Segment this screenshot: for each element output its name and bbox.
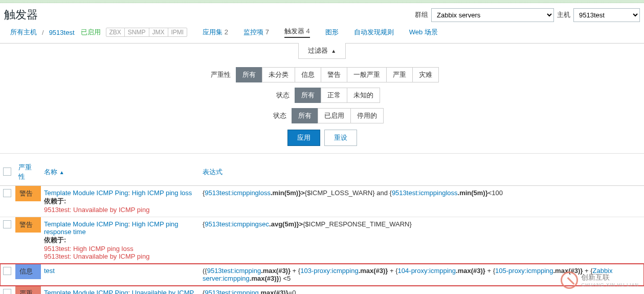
col-name[interactable]: 名称 ▲ — [41, 159, 199, 186]
depends-item[interactable]: 9513test: Unavailable by ICMP ping — [44, 206, 196, 214]
severity-badge: 警告 — [15, 217, 41, 233]
nav-triggers[interactable]: 触发器 4 — [284, 27, 310, 38]
filter-status-row: 状态 所有 已启用 停用的 — [0, 108, 644, 123]
sts-all[interactable]: 所有 — [292, 108, 318, 123]
template-link[interactable]: Template Module ICMP Ping — [44, 189, 128, 197]
crumb-all-hosts[interactable]: 所有主机 — [10, 28, 37, 37]
expr-text: {$ICMP_RESPONSE_TIME_WARN} — [303, 220, 412, 228]
sort-asc-icon: ▲ — [59, 170, 64, 175]
expr-text: {$ICMP_LOSS_WARN} and { — [305, 189, 392, 197]
group-select[interactable]: Zabbix servers — [431, 8, 554, 22]
filter-tab-wrap: 过滤器 ▲ — [0, 43, 644, 59]
expr-link[interactable]: 9513test:icmpping — [207, 267, 261, 275]
table-row: 信息test({9513test:icmpping.max(#3)} + {10… — [0, 264, 644, 286]
trigger-link[interactable]: test — [44, 267, 55, 275]
host-select[interactable]: 9513test — [573, 8, 640, 22]
table-row: 警告Template Module ICMP Ping: High ICMP p… — [0, 217, 644, 264]
expr-text: .max(#3)} — [261, 267, 291, 275]
st-unknown[interactable]: 未知的 — [347, 88, 380, 103]
filter-actions: 应用 重设 — [0, 130, 644, 154]
expr-text: + { — [388, 267, 397, 275]
chevron-up-icon: ▲ — [331, 48, 336, 54]
check-all[interactable] — [3, 167, 11, 176]
expr-link[interactable]: 9513test:icmppingloss — [392, 189, 458, 197]
apply-button[interactable]: 应用 — [287, 130, 320, 146]
crumb-host[interactable]: 9513test — [49, 29, 75, 36]
depends-item[interactable]: 9513test: High ICMP ping loss — [44, 245, 196, 253]
expr-text: .avg(5m)}> — [269, 220, 303, 228]
nav-discovery[interactable]: 自动发现规则 — [354, 28, 394, 37]
row-checkbox[interactable] — [3, 220, 11, 228]
sev-info[interactable]: 信息 — [295, 67, 321, 82]
expr-text: .max(#3)} — [359, 267, 388, 275]
expr-text: ) <5 — [279, 275, 291, 282]
sts-disabled[interactable]: 停用的 — [350, 108, 384, 123]
expr-link[interactable]: 104-proxy:icmpping — [398, 267, 456, 275]
expr-text: + { — [291, 267, 300, 275]
row-checkbox[interactable] — [3, 189, 11, 197]
header: 触发器 群组 Zabbix servers 主机 9513test — [0, 3, 644, 25]
filter-state-row: 状态 所有 正常 未知的 — [0, 88, 644, 103]
expr-text: .max(#3)} — [259, 289, 288, 294]
sev-high[interactable]: 严重 — [386, 67, 412, 82]
severity-badge: 严重 — [15, 286, 41, 294]
expr-text: .min(5m)} — [458, 189, 488, 197]
group-label: 群组 — [415, 10, 428, 19]
filter-status-label: 状态 — [261, 111, 286, 120]
expr-text: .min(5m)}> — [271, 189, 305, 197]
sev-notclass[interactable]: 未分类 — [262, 67, 295, 82]
watermark-logo-icon — [561, 271, 578, 289]
nav-web[interactable]: Web 场景 — [409, 28, 438, 37]
row-checkbox[interactable] — [3, 267, 11, 275]
tag-snmp: SNMP — [125, 28, 149, 36]
nav-graphs[interactable]: 图形 — [325, 28, 339, 37]
trigger-link[interactable]: High ICMP ping loss — [132, 189, 192, 197]
depends-label: 依赖于: — [44, 236, 196, 245]
expression-cell: {9513test:icmppingloss.min(5m)}>{$ICMP_L… — [199, 186, 644, 217]
table-row: 警告Template Module ICMP Ping: High ICMP p… — [0, 186, 644, 217]
host-label: 主机 — [557, 10, 570, 19]
expr-text: <100 — [488, 189, 503, 197]
row-checkbox[interactable] — [3, 289, 11, 294]
expr-text: .max(#3)} — [250, 275, 279, 282]
header-controls: 群组 Zabbix servers 主机 9513test — [415, 8, 640, 22]
filter-severity-row: 严重性 所有 未分类 信息 警告 一般严重 严重 灾难 — [0, 67, 644, 82]
watermark-text: 创新互联 — [581, 273, 639, 282]
template-link[interactable]: Template Module ICMP Ping — [44, 289, 128, 294]
name-cell: Template Module ICMP Ping: High ICMP pin… — [41, 186, 199, 217]
sev-all[interactable]: 所有 — [236, 67, 262, 82]
proto-tags: ZBX SNMP JMX IPMI — [106, 28, 188, 37]
expr-text: + { — [485, 267, 495, 275]
col-severity[interactable]: 严重性 — [15, 159, 41, 186]
expr-link[interactable]: 9513test:icmppingsec — [205, 220, 269, 228]
st-normal[interactable]: 正常 — [321, 88, 347, 103]
st-all[interactable]: 所有 — [295, 88, 321, 103]
filter-toggle[interactable]: 过滤器 ▲ — [298, 43, 346, 59]
sts-enabled[interactable]: 已启用 — [318, 108, 350, 123]
page-title: 触发器 — [4, 7, 415, 23]
col-expression[interactable]: 表达式 — [199, 159, 644, 186]
tag-zbx: ZBX — [106, 28, 125, 36]
template-link[interactable]: Template Module ICMP Ping — [44, 220, 128, 228]
watermark-sub: CHUANG XIN HU LIAN — [581, 282, 639, 287]
nav-items[interactable]: 监控项 7 — [243, 28, 269, 37]
name-cell: test — [41, 264, 199, 286]
expr-link[interactable]: 105-proxy:icmpping — [495, 267, 553, 275]
filter-severity-group: 所有 未分类 信息 警告 一般严重 严重 灾难 — [236, 67, 439, 82]
nav-apps[interactable]: 应用集 2 — [203, 28, 228, 37]
sev-disaster[interactable]: 灾难 — [412, 67, 439, 82]
sev-avg[interactable]: 一般严重 — [347, 67, 386, 82]
depends-label: 依赖于: — [44, 197, 196, 206]
sev-warn[interactable]: 警告 — [321, 67, 347, 82]
expr-link[interactable]: 9513test:icmppingloss — [205, 189, 271, 197]
expr-link[interactable]: 103-proxy:icmpping — [300, 267, 358, 275]
tag-jmx: JMX — [149, 28, 168, 36]
name-cell: Template Module ICMP Ping: High ICMP pin… — [41, 217, 199, 264]
expr-link[interactable]: 9513test:icmpping — [205, 289, 259, 294]
depends-item[interactable]: 9513test: Unavailable by ICMP ping — [44, 253, 196, 260]
severity-badge: 警告 — [15, 186, 41, 201]
reset-button[interactable]: 重设 — [324, 130, 357, 146]
table-row: 严重Template Module ICMP Ping: Unavailable… — [0, 286, 644, 295]
filter-state-label: 状态 — [264, 91, 290, 100]
nav-row: 所有主机 / 9513test 已启用 ZBX SNMP JMX IPMI 应用… — [0, 25, 644, 44]
